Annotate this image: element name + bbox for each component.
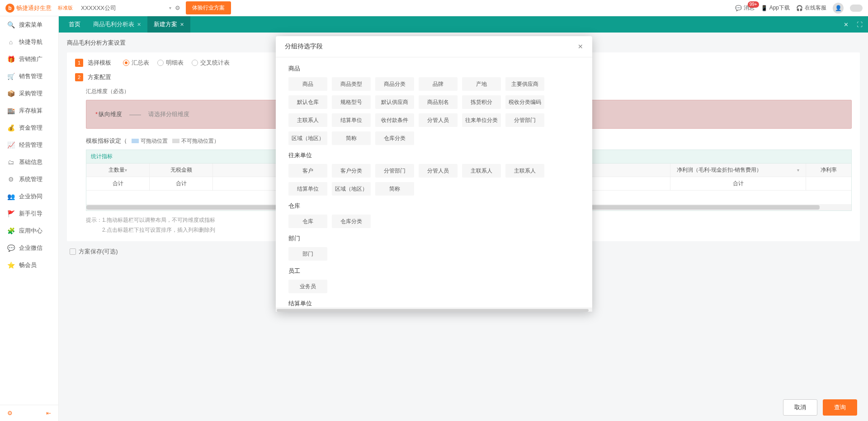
field-tag-row: 部门 [288, 247, 583, 261]
field-section-title: 结算单位 [288, 299, 583, 308]
field-section: 商品商品商品类型商品分类品牌产地主要供应商默认仓库规格型号默认供应商商品别名拣货… [288, 65, 583, 145]
field-tag[interactable]: 收付款条件 [375, 113, 414, 127]
field-tag[interactable]: 默认供应商 [375, 95, 414, 109]
field-tag[interactable]: 区域（地区） [288, 131, 327, 145]
field-tag[interactable]: 简称 [332, 131, 371, 145]
field-tag[interactable]: 商品类型 [332, 77, 371, 91]
field-section: 部门部门 [288, 234, 583, 261]
field-section: 员工业务员 [288, 267, 583, 293]
field-tag[interactable]: 主联系人 [288, 113, 327, 127]
modal-body: 商品商品商品类型商品分类品牌产地主要供应商默认仓库规格型号默认供应商商品别名拣货… [276, 57, 592, 308]
field-tag[interactable]: 业务员 [288, 280, 327, 293]
field-tag-row: 仓库仓库分类 [288, 215, 583, 228]
field-tag[interactable]: 拣货积分 [462, 95, 501, 109]
field-tag[interactable]: 产地 [462, 77, 501, 91]
field-tag[interactable]: 区域（地区） [332, 182, 371, 196]
field-section: 仓库仓库仓库分类 [288, 202, 583, 228]
modal-title: 分组待选字段 [285, 42, 323, 51]
field-section-title: 往来单位 [288, 151, 583, 159]
field-tag[interactable]: 结算单位 [332, 113, 371, 127]
field-section-title: 仓库 [288, 202, 583, 210]
field-tag[interactable]: 结算单位 [288, 182, 327, 196]
modal-hscroll[interactable] [276, 308, 592, 312]
field-tag[interactable]: 税收分类编码 [505, 95, 544, 109]
field-section: 往来单位客户客户分类分管部门分管人员主联系人主联系人结算单位区域（地区）简称 [288, 151, 583, 196]
field-tag[interactable]: 主联系人 [462, 164, 501, 178]
field-tag[interactable]: 商品别名 [419, 95, 458, 109]
close-icon[interactable]: ✕ [578, 43, 583, 50]
field-tag[interactable]: 往来单位分类 [462, 113, 501, 127]
field-tag[interactable]: 分管部门 [505, 113, 544, 127]
field-tag[interactable]: 商品分类 [375, 77, 414, 91]
field-tag[interactable]: 简称 [375, 182, 414, 196]
field-tag[interactable]: 默认仓库 [288, 95, 327, 109]
field-tag-row: 客户客户分类分管部门分管人员主联系人主联系人结算单位区域（地区）简称 [288, 164, 583, 196]
field-tag[interactable]: 客户 [288, 164, 327, 178]
field-tag[interactable]: 仓库分类 [375, 131, 414, 145]
field-tag-row: 商品商品类型商品分类品牌产地主要供应商默认仓库规格型号默认供应商商品别名拣货积分… [288, 77, 583, 145]
field-tag[interactable]: 主要供应商 [505, 77, 544, 91]
field-tag[interactable]: 仓库分类 [332, 215, 371, 228]
field-section-title: 部门 [288, 234, 583, 243]
field-tag[interactable]: 主联系人 [505, 164, 544, 178]
modal-header: 分组待选字段 ✕ [276, 36, 592, 57]
field-tag[interactable]: 仓库 [288, 215, 327, 228]
field-tag[interactable]: 分管人员 [419, 164, 458, 178]
field-tag[interactable]: 分管部门 [375, 164, 414, 178]
field-tag[interactable]: 客户分类 [332, 164, 371, 178]
field-tag-row: 业务员 [288, 280, 583, 293]
field-tag[interactable]: 商品 [288, 77, 327, 91]
field-section-title: 员工 [288, 267, 583, 275]
field-picker-modal: 分组待选字段 ✕ 商品商品商品类型商品分类品牌产地主要供应商默认仓库规格型号默认… [276, 36, 592, 312]
field-tag[interactable]: 部门 [288, 247, 327, 261]
field-section: 结算单位结算客户主联系人结算单位收付款条件分管人员分管部门区域（地区）简称 [288, 299, 583, 308]
field-section-title: 商品 [288, 65, 583, 73]
field-tag[interactable]: 规格型号 [332, 95, 371, 109]
field-tag[interactable]: 分管人员 [419, 113, 458, 127]
field-tag[interactable]: 品牌 [419, 77, 458, 91]
